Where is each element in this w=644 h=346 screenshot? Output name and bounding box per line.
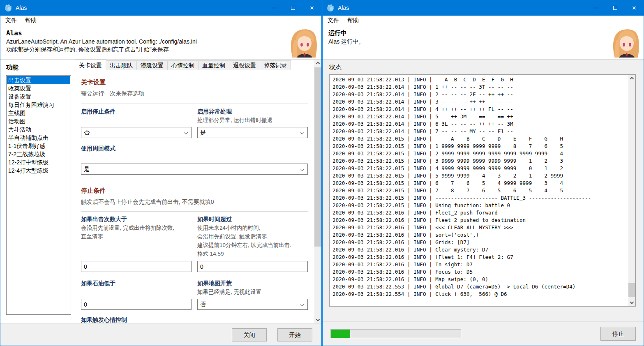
menu-item[interactable]: 文件 <box>5 17 17 24</box>
section-heading-stage: 关卡设置 <box>81 78 308 86</box>
field-desc: 处理部分异常, 运行出错时撤退 <box>197 116 308 125</box>
field-label: 如果时间超过 <box>197 215 308 224</box>
form-scrollbar[interactable] <box>314 60 321 323</box>
function-list-item[interactable]: 7-2三战拣垃圾 <box>7 150 70 158</box>
log-window: Alas ✕ 文件帮助 运行中 Alas 运行中。 状态 2020-09-03 … <box>322 0 644 346</box>
enable-stop-select[interactable]: 否 <box>81 127 192 138</box>
settings-footer: 关闭 开始 <box>0 323 321 346</box>
menubar: 文件帮助 <box>323 16 644 25</box>
sidebar-heading: 功能 <box>6 64 71 72</box>
scroll-up-button[interactable] <box>314 60 321 67</box>
field-loop-mode: 使用周回模式 是 <box>81 144 308 175</box>
field-label: 如果地图开荒 <box>197 279 308 288</box>
log-line: 2020-09-03 21:58:22.016 | INFO | Map swi… <box>332 276 628 283</box>
field-label: 启用停止条件 <box>81 107 192 116</box>
if-map-clear-select[interactable]: 否 <box>197 299 308 310</box>
status-label: 状态 <box>329 64 644 72</box>
stop-button[interactable]: 停止 <box>600 327 636 341</box>
close-icon: ✕ <box>632 5 637 11</box>
minimize-icon <box>272 8 277 8</box>
log-lines: 2020-09-03 21:58:22.013 | INFO | A B C D… <box>330 75 628 306</box>
field-label: 启用异常处理 <box>197 107 308 116</box>
field-enable-exception: 启用异常处理 处理部分异常, 运行出错时撤退 是 <box>197 107 308 138</box>
function-list-item[interactable]: 出击设置 <box>7 76 70 84</box>
function-list-item[interactable]: 共斗活动 <box>7 125 70 134</box>
window-title: Alas <box>338 5 349 11</box>
minimize-button[interactable] <box>265 0 284 16</box>
function-list-item[interactable]: 半自动辅助点击 <box>7 134 70 142</box>
scrollbar-thumb[interactable] <box>628 283 635 297</box>
log-line: 2020-09-03 21:58:22.015 | INFO | 4 9999 … <box>332 165 628 172</box>
close-app-button[interactable]: 关闭 <box>232 328 267 341</box>
field-desc: 使用未来24小时内的时间, 会沿用先前设置, 触发后清零. 建议提前10分钟左右… <box>197 224 308 258</box>
scrollbar-thumb[interactable] <box>314 67 321 247</box>
enable-exception-select[interactable]: 是 <box>197 127 308 138</box>
log-line: 2020-09-03 21:58:22.014 | INFO | 3 -- --… <box>332 98 628 106</box>
log-line: 2020-09-03 21:58:22.014 | INFO | 5 -- ++… <box>332 113 628 120</box>
select-value: 否 <box>200 301 206 308</box>
function-list-item[interactable]: 每日任务困难演习 <box>7 101 70 109</box>
log-line: 2020-09-03 21:58:22.016 | INFO | [Fleet_… <box>332 254 628 261</box>
close-button[interactable]: ✕ <box>625 0 644 16</box>
chevron-down-icon <box>184 131 188 134</box>
maximize-button[interactable] <box>606 0 625 16</box>
status-panel: 状态 2020-09-03 21:58:22.013 | INFO | A B … <box>323 60 644 346</box>
function-listbox[interactable]: 出击设置收菜设置设备设置每日任务困难演习主线图活动图共斗活动半自动辅助点击1-1… <box>6 75 71 315</box>
log-line: 2020-09-03 21:58:22.014 | INFO | 1 ++ --… <box>332 83 628 91</box>
log-line: 2020-09-03 21:58:22.014 | INFO | 7 -- --… <box>332 128 628 135</box>
function-list-item[interactable]: 收菜设置 <box>7 84 70 92</box>
divider <box>81 211 308 212</box>
log-line: 2020-09-03 21:58:22.016 | INFO | <<< CLE… <box>332 224 628 231</box>
settings-tab[interactable]: 潜艇设置 <box>136 60 168 70</box>
run-status-line: Alas 运行中。 <box>323 37 644 46</box>
app-header: Alas AzurLaneAutoScript, An Azur Lane au… <box>0 25 321 60</box>
if-count-input[interactable] <box>81 261 192 272</box>
loop-mode-select[interactable]: 是 <box>81 164 308 175</box>
function-list-item[interactable]: 12-2打中型练级 <box>7 158 70 166</box>
menu-item[interactable]: 帮助 <box>347 17 359 24</box>
log-line: 2020-09-03 21:58:22.554 | INFO | Click (… <box>332 291 628 298</box>
minimize-button[interactable] <box>587 0 606 16</box>
start-button[interactable]: 开始 <box>277 328 312 341</box>
chevron-up-icon <box>316 62 320 66</box>
titlebar[interactable]: Alas ✕ <box>323 0 644 16</box>
function-list-item[interactable]: 1-1伏击刷好感 <box>7 142 70 150</box>
section-desc-stage: 需要运行一次来保存选项 <box>81 90 308 97</box>
field-enable-stop: 启用停止条件 否 <box>81 107 192 138</box>
log-box[interactable]: 2020-09-03 21:58:22.013 | INFO | A B C D… <box>329 74 636 307</box>
alas-app-icon <box>326 4 335 12</box>
close-icon: ✕ <box>310 5 314 11</box>
field-label: 使用周回模式 <box>81 144 308 153</box>
scroll-up-button[interactable] <box>628 75 635 82</box>
settings-tab[interactable]: 心情控制 <box>167 60 199 70</box>
scroll-down-button[interactable] <box>628 299 635 306</box>
app-title: Alas <box>0 25 321 37</box>
settings-tab[interactable]: 关卡设置 <box>75 60 106 70</box>
function-list-item[interactable]: 设备设置 <box>7 92 70 101</box>
function-list-item[interactable]: 主线图 <box>7 109 70 117</box>
settings-tab[interactable]: 掉落记录 <box>260 60 291 70</box>
menu-item[interactable]: 文件 <box>328 17 339 24</box>
function-list-item[interactable]: 12-4打大型练级 <box>7 166 70 175</box>
window-title: Alas <box>16 5 27 11</box>
log-line: 2020-09-03 21:58:22.553 | INFO | Global … <box>332 283 628 291</box>
settings-content: 功能 出击设置收菜设置设备设置每日任务困难演习主线图活动图共斗活动半自动辅助点击… <box>0 60 321 323</box>
function-list-item[interactable]: 活动图 <box>7 117 70 125</box>
menu-item[interactable]: 帮助 <box>25 17 37 24</box>
chevron-down-icon <box>630 300 634 304</box>
close-button[interactable]: ✕ <box>302 0 321 16</box>
if-oil-input[interactable] <box>81 299 192 310</box>
log-scrollbar[interactable] <box>628 75 635 306</box>
settings-tab[interactable]: 血量控制 <box>198 60 229 70</box>
run-status-title: 运行中 <box>323 25 644 37</box>
progress-bar <box>330 329 461 338</box>
scroll-down-button[interactable] <box>314 316 321 323</box>
maximize-button[interactable] <box>284 0 302 16</box>
log-line: 2020-09-03 21:58:22.016 | INFO | Clear m… <box>332 246 628 254</box>
settings-tab[interactable]: 出击舰队 <box>106 60 137 70</box>
log-line: 2020-09-03 21:58:22.015 | INFO | 6 7 6 5… <box>332 180 628 187</box>
titlebar[interactable]: Alas ✕ <box>0 0 321 16</box>
settings-tab[interactable]: 退役设置 <box>229 60 260 70</box>
if-time-input[interactable] <box>197 261 308 272</box>
field-label: 如果石油低于 <box>81 279 192 288</box>
